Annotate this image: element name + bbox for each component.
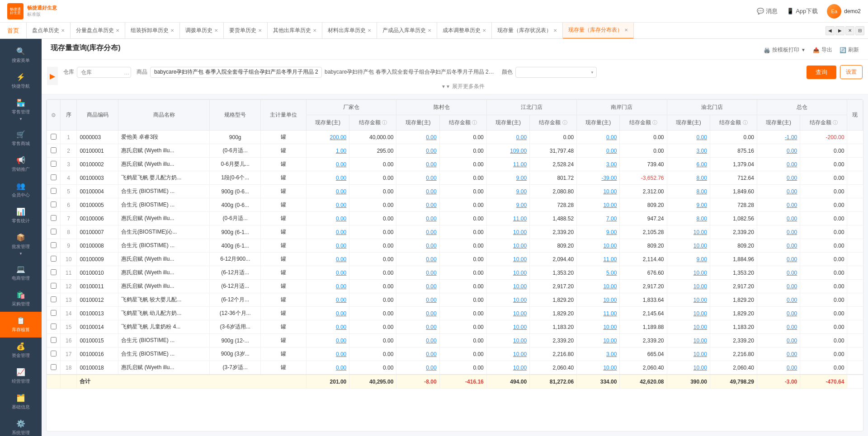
tab-prev-button[interactable]: ◀	[826, 26, 835, 35]
cell-val-7-8[interactable]: 10.00	[667, 225, 710, 239]
expand-toggle-button[interactable]: ▶	[47, 67, 58, 85]
cell-val-7-0[interactable]: 0.00	[306, 225, 349, 239]
tab-item-3[interactable]: 调拨单历史✕	[180, 23, 224, 39]
info-icon-1[interactable]: ⓘ	[382, 120, 387, 125]
cell-val-3-6[interactable]: -39.00	[577, 171, 620, 185]
row-checkbox-3[interactable]	[51, 174, 57, 180]
cell-val-8-2[interactable]: 0.00	[396, 239, 439, 253]
row-checkbox-15[interactable]	[51, 337, 57, 343]
cell-val-13-0[interactable]: 0.00	[306, 307, 349, 320]
tab-item-2[interactable]: 组装拆卸单历史✕	[125, 23, 180, 39]
info-icon-5[interactable]: ⓘ	[743, 120, 748, 125]
cell-val-5-8[interactable]: 9.00	[667, 198, 710, 212]
cell-val-5-2[interactable]: 0.00	[396, 198, 439, 212]
cell-val-1-2[interactable]: 0.00	[396, 144, 439, 158]
row-checkbox-4[interactable]	[51, 188, 57, 194]
cell-val-12-0[interactable]: 0.00	[306, 293, 349, 307]
cell-val-17-0[interactable]: 0.00	[306, 361, 349, 375]
sidebar-item-0[interactable]: 🔍 搜索英单	[0, 42, 42, 68]
cell-val-8-6[interactable]: 10.00	[577, 239, 620, 253]
cell-val-11-6[interactable]: 10.00	[577, 280, 620, 293]
tab-next-button[interactable]: ▶	[835, 26, 844, 35]
cell-val-10-8[interactable]: 10.00	[667, 266, 710, 280]
info-icon-4[interactable]: ⓘ	[652, 120, 657, 125]
cell-val-16-4[interactable]: 10.00	[486, 347, 529, 361]
tab-item-10[interactable]: 现存量（库存分布表）✕	[563, 23, 634, 39]
cell-val-9-4[interactable]: 10.00	[486, 253, 529, 266]
cell-val-13-10[interactable]: 0.00	[757, 307, 800, 320]
cell-val-2-4[interactable]: 11.00	[486, 158, 529, 171]
cell-val-8-10[interactable]: 0.00	[757, 239, 800, 253]
cell-val-12-6[interactable]: 10.00	[577, 293, 620, 307]
cell-val-4-8[interactable]: 8.00	[667, 185, 710, 198]
cell-val-9-6[interactable]: 11.00	[577, 253, 620, 266]
cell-checkbox-0[interactable]	[47, 131, 61, 144]
cell-val-16-2[interactable]: 0.00	[396, 347, 439, 361]
cell-val-13-6[interactable]: 11.00	[577, 307, 620, 320]
sidebar-item-5[interactable]: 👥 会员中心	[0, 177, 42, 203]
cell-val-8-8[interactable]: 10.00	[667, 239, 710, 253]
cell-val-16-6[interactable]: 3.00	[577, 347, 620, 361]
tab-close-5[interactable]: ✕	[313, 28, 316, 33]
cell-checkbox-16[interactable]	[47, 347, 61, 361]
tab-item-4[interactable]: 要货单历史✕	[224, 23, 268, 39]
tab-close-1[interactable]: ✕	[116, 28, 119, 33]
tab-item-7[interactable]: 产成品入库单历史✕	[377, 23, 437, 39]
cell-val-4-4[interactable]: 9.00	[486, 185, 529, 198]
cell-val-16-8[interactable]: 10.00	[667, 347, 710, 361]
cell-val-4-6[interactable]: 10.00	[577, 185, 620, 198]
cell-val-5-0[interactable]: 0.00	[306, 198, 349, 212]
cell-val-10-10[interactable]: 0.00	[757, 266, 800, 280]
tab-menu-button[interactable]: ⊟	[855, 26, 864, 35]
cell-val-13-2[interactable]: 0.00	[396, 307, 439, 320]
cell-checkbox-5[interactable]	[47, 198, 61, 212]
message-button[interactable]: 💬 消息	[757, 7, 778, 15]
row-checkbox-16[interactable]	[51, 351, 57, 356]
cell-val-7-4[interactable]: 10.00	[486, 225, 529, 239]
tab-close-10[interactable]: ✕	[624, 28, 628, 33]
cell-val-12-4[interactable]: 10.00	[486, 293, 529, 307]
sidebar-item-1[interactable]: ⚡ 快捷导航	[0, 68, 42, 94]
cell-checkbox-15[interactable]	[47, 334, 61, 347]
row-checkbox-9[interactable]	[51, 256, 57, 262]
tab-close-6[interactable]: ✕	[368, 28, 371, 33]
goods-input[interactable]	[150, 67, 322, 78]
cell-val-17-10[interactable]: 0.00	[757, 361, 800, 375]
cell-checkbox-12[interactable]	[47, 293, 61, 307]
tab-item-1[interactable]: 分量盘点单历史✕	[71, 23, 125, 39]
row-checkbox-1[interactable]	[51, 147, 57, 153]
cell-val-4-0[interactable]: 0.00	[306, 185, 349, 198]
cell-val-1-4[interactable]: 109.00	[486, 144, 529, 158]
cell-val-11-4[interactable]: 10.00	[486, 280, 529, 293]
cell-val-16-10[interactable]: 0.00	[757, 347, 800, 361]
tab-item-5[interactable]: 其他出库单历史✕	[268, 23, 322, 39]
sidebar-item-2[interactable]: 🏪 零售管理 ▼	[0, 94, 42, 126]
cell-val-2-0[interactable]: 0.00	[306, 158, 349, 171]
sidebar-item-11[interactable]: 💰 资金管理	[0, 338, 42, 363]
row-checkbox-12[interactable]	[51, 296, 57, 302]
cell-val-4-2[interactable]: 0.00	[396, 185, 439, 198]
tab-close-4[interactable]: ✕	[258, 28, 262, 33]
cell-val-7-10[interactable]: 0.00	[757, 225, 800, 239]
cell-val-3-2[interactable]: 0.00	[396, 171, 439, 185]
cell-val-0-10[interactable]: -1.00	[757, 131, 800, 144]
cell-val-6-4[interactable]: 11.00	[486, 212, 529, 225]
sidebar-item-3[interactable]: 🛒 零售商城	[0, 126, 42, 151]
cell-val-15-2[interactable]: 0.00	[396, 334, 439, 347]
export-button[interactable]: 📤 导出	[813, 46, 832, 54]
sidebar-item-10[interactable]: 📋 库存核算	[0, 312, 42, 338]
sidebar-item-14[interactable]: ⚙️ 系统管理	[0, 415, 42, 436]
cell-val-8-0[interactable]: 0.00	[306, 239, 349, 253]
cell-val-14-2[interactable]: 0.00	[396, 320, 439, 334]
cell-val-3-8[interactable]: 8.00	[667, 171, 710, 185]
tab-item-0[interactable]: 盘点单历史✕	[27, 23, 71, 39]
cell-val-5-4[interactable]: 9.00	[486, 198, 529, 212]
cell-val-8-4[interactable]: 10.00	[486, 239, 529, 253]
cell-val-17-8[interactable]: 10.00	[667, 361, 710, 375]
cell-val-2-2[interactable]: 0.00	[396, 158, 439, 171]
print-button[interactable]: 🖨️ 按模板打印 ▼	[764, 46, 806, 54]
cell-val-4-10[interactable]: 0.00	[757, 185, 800, 198]
sidebar-item-9[interactable]: 🛍️ 采购管理	[0, 286, 42, 312]
sidebar-item-4[interactable]: 📢 营销推广	[0, 151, 42, 177]
cell-val-15-6[interactable]: 10.00	[577, 334, 620, 347]
